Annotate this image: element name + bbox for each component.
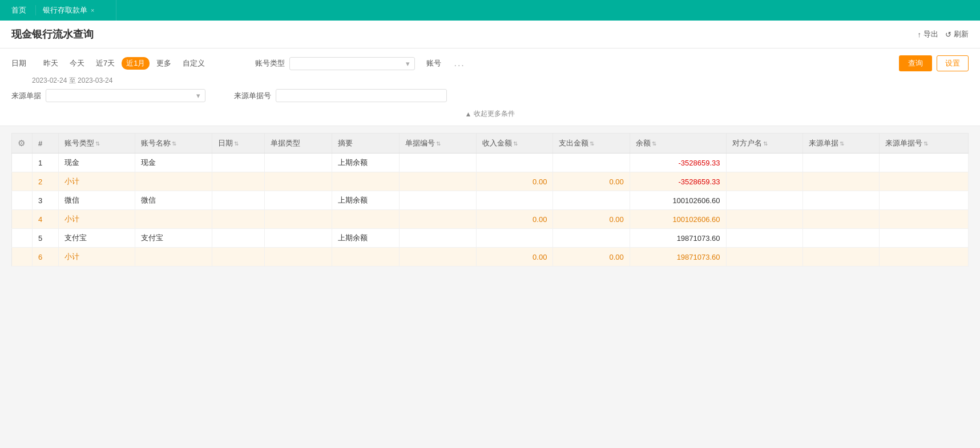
date-opt-近1月[interactable]: 近1月: [122, 57, 150, 70]
top-nav: 首页 收款单×付款单×其他收入单×应收应付调整单×银行存取款单×预收冲应收单×收…: [0, 0, 980, 21]
cell-balance: 100102606.60: [630, 210, 726, 229]
cell-source_doc_no: [880, 172, 969, 191]
cell-doc_no: [400, 191, 476, 210]
refresh-icon: ↺: [945, 30, 951, 39]
cell-account_type: 现金: [58, 154, 135, 172]
col-header-account_type[interactable]: 账号类型⇅: [58, 134, 135, 154]
cell-income: 0.00: [476, 210, 552, 229]
source-doc-select[interactable]: ▾: [46, 89, 205, 102]
cell-income: 0.00: [476, 172, 552, 191]
cell-summary: [332, 248, 400, 267]
cell-income: 0.00: [476, 248, 552, 267]
cell-gear: [12, 248, 33, 267]
cell-doc_type: [264, 191, 332, 210]
page-title: 现金银行流水查询: [11, 27, 94, 41]
col-header-income[interactable]: 收入金额⇅: [476, 134, 552, 154]
export-button[interactable]: ↑ 导出: [918, 29, 939, 39]
col-header-summary: 摘要: [332, 134, 400, 154]
cell-gear: [12, 210, 33, 229]
cell-account_name: 微信: [135, 191, 212, 210]
gear-icon[interactable]: ⚙: [18, 138, 25, 148]
filter-row-1: 日期 昨天今天近7天近1月更多自定义 账号类型 ▾ 账号 ... 查询 设置: [11, 55, 969, 71]
sort-icon: ⇅: [590, 140, 594, 147]
account-type-select[interactable]: ▾: [289, 57, 415, 70]
source-doc-filter-group: 来源单据 ▾: [11, 89, 205, 102]
table-body: 1现金现金上期余额-3528659.332小计0.000.00-3528659.…: [12, 154, 969, 267]
cell-index: 4: [33, 210, 59, 229]
cell-source_doc: [803, 210, 880, 229]
cell-source_doc: [803, 229, 880, 248]
settings-button[interactable]: 设置: [937, 55, 969, 71]
cell-doc_type: [264, 210, 332, 229]
date-filter-group: 日期 昨天今天近7天近1月更多自定义: [11, 57, 209, 70]
cell-expense: [553, 154, 630, 172]
cell-account_name: 现金: [135, 154, 212, 172]
cell-date: [212, 248, 264, 267]
cell-index: 1: [33, 154, 59, 172]
date-opt-近7天[interactable]: 近7天: [91, 57, 119, 70]
date-opt-昨天[interactable]: 昨天: [39, 57, 63, 70]
collapse-bar[interactable]: ▲ 收起更多条件: [11, 107, 969, 121]
filter-row-2: 来源单据 ▾ 来源单据号: [11, 89, 969, 102]
nav-home[interactable]: 首页: [2, 5, 36, 15]
refresh-button[interactable]: ↺ 刷新: [945, 29, 969, 39]
cell-account_type: 支付宝: [58, 229, 135, 248]
col-header-doc_no[interactable]: 单据编号⇅: [400, 134, 476, 154]
col-header-index: #: [33, 134, 59, 154]
cell-date: [212, 210, 264, 229]
data-table: ⚙#账号类型⇅账号名称⇅日期⇅单据类型摘要单据编号⇅收入金额⇅支出金额⇅余额⇅对…: [11, 133, 969, 267]
cell-doc_no: [400, 172, 476, 191]
account-type-filter-group: 账号类型 ▾: [255, 57, 415, 70]
col-header-source_doc_no[interactable]: 来源单据号⇅: [880, 134, 969, 154]
source-doc-no-input[interactable]: [276, 89, 447, 102]
col-header-counterparty[interactable]: 对方户名⇅: [726, 134, 802, 154]
col-header-source_doc[interactable]: 来源单据⇅: [803, 134, 880, 154]
cell-counterparty: [726, 191, 802, 210]
cell-account_type: 小计: [58, 210, 135, 229]
col-header-account_name[interactable]: 账号名称⇅: [135, 134, 212, 154]
cell-counterparty: [726, 229, 802, 248]
cell-balance: 19871073.60: [630, 229, 726, 248]
cell-account_type: 微信: [58, 191, 135, 210]
cell-date: [212, 172, 264, 191]
date-opt-今天[interactable]: 今天: [65, 57, 89, 70]
account-type-chevron-icon: ▾: [406, 59, 410, 68]
table-row: 5支付宝支付宝上期余额19871073.60: [12, 229, 969, 248]
cell-source_doc: [803, 248, 880, 267]
cell-counterparty: [726, 172, 802, 191]
sort-icon: ⇅: [513, 140, 518, 147]
cell-balance: -3528659.33: [630, 172, 726, 191]
cell-counterparty: [726, 154, 802, 172]
col-header-expense[interactable]: 支出金额⇅: [553, 134, 630, 154]
date-opt-自定义[interactable]: 自定义: [178, 57, 209, 70]
cell-summary: [332, 172, 400, 191]
cell-source_doc: [803, 191, 880, 210]
date-opt-更多[interactable]: 更多: [152, 57, 176, 70]
tab-close-icon[interactable]: ×: [91, 7, 94, 14]
cell-index: 3: [33, 191, 59, 210]
cell-balance: 100102606.60: [630, 191, 726, 210]
filter-area: 日期 昨天今天近7天近1月更多自定义 账号类型 ▾ 账号 ... 查询 设置 2…: [0, 49, 980, 126]
source-doc-no-label: 来源单据号: [234, 91, 271, 101]
cell-source_doc_no: [880, 191, 969, 210]
nav-tab-银行存取款单[interactable]: 银行存取款单×: [36, 0, 116, 21]
date-range-display: 2023-02-24 至 2023-03-24: [32, 76, 969, 86]
cell-counterparty: [726, 248, 802, 267]
col-header-balance[interactable]: 余额⇅: [630, 134, 726, 154]
table-area: ⚙#账号类型⇅账号名称⇅日期⇅单据类型摘要单据编号⇅收入金额⇅支出金额⇅余额⇅对…: [0, 126, 980, 273]
cell-account_type: 小计: [58, 248, 135, 267]
cell-expense: [553, 229, 630, 248]
account-type-label: 账号类型: [255, 58, 285, 68]
sort-icon: ⇅: [840, 140, 844, 147]
cell-date: [212, 191, 264, 210]
cell-counterparty: [726, 210, 802, 229]
cell-source_doc_no: [880, 229, 969, 248]
query-button[interactable]: 查询: [899, 55, 932, 71]
cell-date: [212, 229, 264, 248]
cell-account_name: [135, 210, 212, 229]
col-header-gear: ⚙: [12, 134, 33, 154]
sort-icon: ⇅: [172, 140, 176, 147]
account-filter-group: 账号 ...: [426, 58, 465, 68]
account-more-button[interactable]: ...: [454, 58, 465, 68]
col-header-date[interactable]: 日期⇅: [212, 134, 264, 154]
